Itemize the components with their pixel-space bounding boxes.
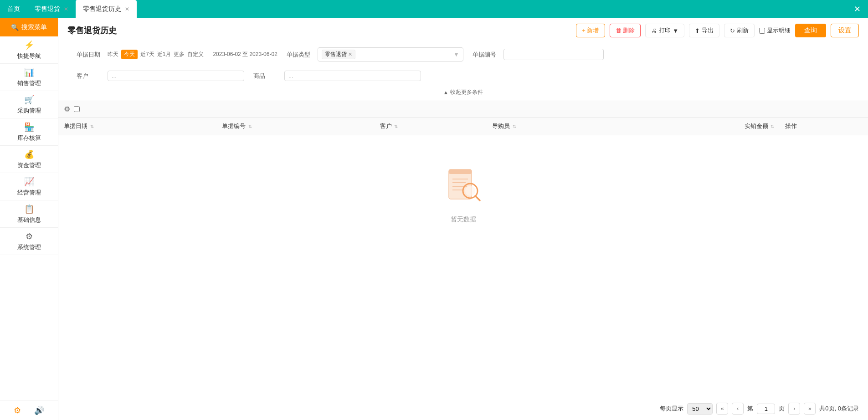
col-amount[interactable]: 实销金额 ⇅ [622,118,780,135]
show-detail-input[interactable] [759,28,765,34]
refresh-button[interactable]: ↻ 刷新 [724,24,755,37]
voucher-type-tag-label: 零售退货 [325,51,347,58]
setting-button[interactable]: 设置 [831,24,859,37]
collapse-bar[interactable]: ▲ 收起更多条件 [77,86,850,101]
empty-row: 暂无数据 [58,135,868,251]
sidebar-item-inventory[interactable]: 🏪 库存核算 [0,118,58,146]
date-filter-item: 单据日期 昨天 今天 近7天 近1月 更多 自定义 [77,50,204,59]
table-header-row: 单据日期 ⇅ 单据编号 ⇅ 客户 ⇅ 导购员 ⇅ [58,118,868,135]
search-icon: 🔍 [11,24,19,31]
settings-icon[interactable]: ⚙ [14,405,21,415]
print-button[interactable]: 🖨 🖨 打印 打印 ▼ [645,24,684,37]
sidebar-item-quick-nav[interactable]: ⚡ 快捷导航 [0,36,58,64]
sidebar-search-label: 搜索菜单 [21,23,47,31]
voucher-no-item: 单据编号 [473,49,604,60]
sidebar-item-basic-info[interactable]: 📋 基础信息 [0,200,58,228]
col-action-label: 操作 [785,123,797,129]
operations-icon: 📈 [24,177,34,187]
select-dropdown-icon: ▼ [453,51,459,58]
purchase-icon: 🛒 [24,95,34,105]
col-guide-label: 导购员 [492,123,510,129]
sidebar-item-sales[interactable]: 📊 销售管理 [0,64,58,91]
sidebar-item-label: 经营管理 [17,189,41,197]
filter-row-1: 单据日期 昨天 今天 近7天 近1月 更多 自定义 2023-06-02 至 2… [77,43,850,66]
date-more[interactable]: 更多 [174,51,185,58]
inventory-icon: 🏪 [24,122,34,132]
sidebar: 🔍 搜索菜单 ⚡ 快捷导航 📊 销售管理 🛒 采购管理 🏪 库存核算 💰 [0,18,58,420]
col-action: 操作 [780,118,868,135]
voucher-type-label: 单据类型 [287,51,314,59]
prev-page-button[interactable]: ‹ [732,403,744,415]
last-page-button[interactable]: » [804,403,816,415]
date-yesterday[interactable]: 昨天 [108,51,118,58]
page-input[interactable] [757,404,775,414]
sidebar-item-label: 资金管理 [17,161,41,169]
date-7days[interactable]: 近7天 [140,51,154,58]
svg-line-8 [475,196,480,200]
refresh-icon: ↻ [730,27,735,34]
data-table: 单据日期 ⇅ 单据编号 ⇅ 客户 ⇅ 导购员 ⇅ [58,118,868,251]
voucher-type-tag-close[interactable]: ✕ [348,51,352,57]
delete-button[interactable]: 🗑 删除 [610,24,641,37]
col-no[interactable]: 单据编号 ⇅ [216,118,375,135]
volume-icon[interactable]: 🔊 [34,405,44,415]
sidebar-item-operations[interactable]: 📈 经营管理 [0,173,58,200]
page-prefix-label: 第 [747,405,753,413]
export-button[interactable]: ⬆ 导出 [689,24,719,37]
empty-text: 暂无数据 [451,215,476,224]
voucher-type-select[interactable]: 零售退货 ✕ ▼ [318,47,463,61]
select-all-checkbox[interactable] [74,106,80,112]
date-1month[interactable]: 近1月 [157,51,171,58]
show-detail-label: 显示明细 [767,26,791,35]
tab-retail-return-history[interactable]: 零售退货历史 ✕ [76,0,137,18]
sidebar-item-finance[interactable]: 💰 资金管理 [0,146,58,173]
tab-home[interactable]: 零售退货历史 首页 [0,0,27,18]
col-guide[interactable]: 导购员 ⇅ [487,118,622,135]
col-date-label: 单据日期 [64,123,87,129]
export-icon: ⬆ [695,27,700,34]
page-unit-label: 页 [779,405,785,413]
sidebar-item-system[interactable]: ⚙ 系统管理 [0,228,58,255]
query-button[interactable]: 查询 [795,24,826,37]
goods-input[interactable]: ... [284,71,421,81]
voucher-no-input[interactable] [503,49,604,60]
print-dropdown-icon: ▼ [673,27,678,34]
col-customer[interactable]: 客户 ⇅ [375,118,487,135]
voucher-type-tags: 零售退货 ✕ [322,50,355,59]
table-toolbar: ⚙ [58,101,868,118]
quick-nav-icon: ⚡ [24,40,34,50]
date-filter-label: 单据日期 [77,51,104,59]
customer-input[interactable]: ... [108,71,244,81]
empty-illustration [441,163,486,208]
next-page-button[interactable]: › [788,403,800,415]
sidebar-item-purchase[interactable]: 🛒 采购管理 [0,91,58,118]
tab-retail-return-history-close[interactable]: ✕ [125,6,129,12]
goods-label: 商品 [253,72,281,80]
tab-retail-return-label: 零售退货 [35,5,60,13]
window-close-button[interactable]: ✕ [854,4,868,14]
filter-area: 单据日期 昨天 今天 近7天 近1月 更多 自定义 2023-06-02 至 2… [67,43,859,101]
col-date[interactable]: 单据日期 ⇅ [58,118,216,135]
first-page-button[interactable]: « [716,403,728,415]
col-customer-label: 客户 [380,123,392,129]
customer-label: 客户 [77,72,104,80]
sidebar-item-label: 系统管理 [17,243,41,251]
per-page-label: 每页显示 [660,405,683,413]
collapse-up-icon: ▲ [443,89,449,96]
col-amount-sort: ⇅ [770,124,774,129]
sidebar-item-label: 销售管理 [17,79,41,87]
per-page-select[interactable]: 50 20 100 [687,403,713,415]
table-settings-icon[interactable]: ⚙ [64,105,70,113]
tab-list: 零售退货历史 首页 零售退货 ✕ 零售退货历史 ✕ [0,0,854,18]
show-detail-checkbox[interactable]: 显示明细 [759,26,791,35]
tab-retail-return-history-label: 零售退货历史 [83,5,121,13]
date-today[interactable]: 今天 [121,50,138,59]
content-area: 零售退货历史 + 新增 🗑 删除 🖨 🖨 打印 打印 ▼ ⬆ 导出 [58,18,868,420]
date-custom[interactable]: 自定义 [187,51,204,58]
sidebar-search-button[interactable]: 🔍 搜索菜单 [0,18,58,36]
voucher-type-item: 单据类型 零售退货 ✕ ▼ [287,47,463,61]
col-guide-sort: ⇅ [513,124,516,129]
new-button[interactable]: + 新增 [576,24,605,37]
tab-retail-return[interactable]: 零售退货 ✕ [27,0,76,18]
tab-retail-return-close[interactable]: ✕ [64,6,68,12]
